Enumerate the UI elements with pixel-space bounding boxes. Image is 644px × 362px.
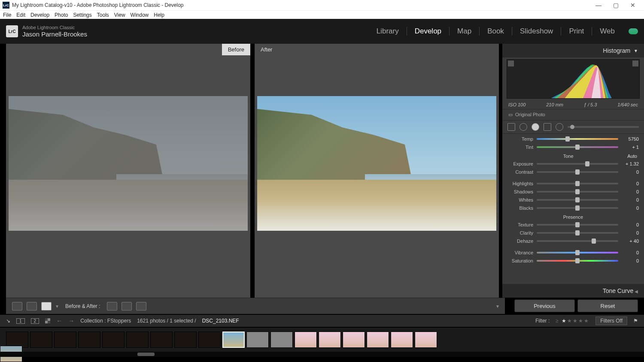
copy-after-icon[interactable] [136,302,146,311]
temp-value[interactable]: 5750 [622,136,639,142]
menu-view[interactable]: View [113,12,127,18]
prev-photo-icon[interactable]: ← [56,317,62,324]
temp-slider[interactable] [537,138,618,140]
whites-value[interactable]: 0 [622,197,639,202]
tone-curve-header[interactable]: Tone Curve [502,284,644,298]
thumbnail[interactable] [270,332,293,348]
spot-removal-icon[interactable] [519,123,527,131]
filters-dropdown[interactable]: Filters Off [595,317,627,325]
histogram-display[interactable] [507,59,640,99]
dehaze-value[interactable]: + 40 [622,238,639,244]
texture-value[interactable]: 0 [622,222,639,227]
thumbnail-selected[interactable] [222,332,245,348]
module-map[interactable]: Map [450,27,480,36]
tint-slider[interactable] [537,146,618,148]
graduated-filter-icon[interactable] [556,123,563,131]
second-window-icon[interactable]: ↘ [6,318,10,324]
histogram-header[interactable]: Histogram▼ [502,44,644,57]
tool-size-slider[interactable] [568,126,639,128]
module-develop[interactable]: Develop [407,27,450,36]
texture-slider[interactable] [537,224,618,226]
before-pane[interactable]: Before [6,44,250,298]
tint-value[interactable]: + 1 [622,145,639,150]
thumbnail[interactable] [246,332,269,348]
menu-photo[interactable]: Photo [53,12,69,18]
exposure-slider[interactable] [537,163,618,165]
highlights-slider[interactable] [537,183,618,184]
menu-edit[interactable]: Edit [15,12,27,18]
filmstrip[interactable] [0,328,644,352]
thumbnail[interactable] [319,332,341,348]
main-window-indicator[interactable]: 1 [16,318,25,324]
swap-before-after-icon[interactable] [107,302,117,311]
contrast-value[interactable]: 0 [622,169,639,175]
module-slideshow[interactable]: Slideshow [512,27,562,36]
toolbar-menu-icon[interactable]: ▾ [496,303,499,309]
thumbnail[interactable] [198,332,221,348]
grid-view-icon[interactable] [45,318,50,323]
thumbnail[interactable] [150,332,173,348]
after-pane[interactable]: After [255,44,499,298]
thumbnail[interactable] [295,332,317,348]
thumbnail[interactable] [343,332,365,348]
compare-view-icon[interactable] [27,302,37,311]
highlights-value[interactable]: 0 [622,181,639,186]
thumbnail[interactable] [367,332,389,348]
module-book[interactable]: Book [480,27,512,36]
previous-button[interactable]: Previous [514,299,575,312]
crop-tool-icon[interactable] [507,123,515,131]
collection-path[interactable]: Collection : FStoppers [80,318,131,324]
vibrance-slider[interactable] [537,252,618,253]
thumbnail[interactable] [78,332,100,348]
identity-plate[interactable]: Jason Parnell-Brookes [22,30,87,38]
next-photo-icon[interactable]: → [68,317,74,324]
original-photo-row[interactable]: Original Photo [502,109,644,121]
filter-lock-icon[interactable]: ⚑ [633,318,638,324]
reset-button[interactable]: Reset [577,299,638,312]
thumbnail[interactable] [391,332,413,348]
clarity-slider[interactable] [537,232,618,234]
dehaze-slider[interactable] [537,240,618,242]
redeye-tool-icon[interactable] [544,123,551,131]
menu-develop[interactable]: Develop [29,12,51,18]
module-library[interactable]: Library [369,27,407,36]
menu-window[interactable]: Window [129,12,150,18]
menu-file[interactable]: File [2,12,12,18]
module-web[interactable]: Web [592,27,623,36]
whites-slider[interactable] [537,199,618,201]
menu-help[interactable]: Help [152,12,166,18]
maximize-button[interactable]: ▢ [607,2,624,9]
before-after-view-icon[interactable] [41,302,52,311]
shadows-slider[interactable] [537,191,618,193]
thumbnail[interactable] [54,332,76,348]
saturation-value[interactable]: 0 [622,258,639,263]
thumbnail[interactable] [102,332,125,348]
cloud-sync-icon[interactable] [629,28,638,34]
clarity-value[interactable]: 0 [622,230,639,235]
second-window-indicator[interactable]: 2 [31,318,39,324]
thumbnail[interactable] [0,346,22,352]
rating-filter[interactable]: ≥ ★★★★★ [556,318,589,324]
loupe-view-icon[interactable] [12,302,22,311]
close-button[interactable]: ✕ [624,2,641,9]
menu-tools[interactable]: Tools [96,12,110,18]
thumbnail[interactable] [30,332,52,348]
exposure-value[interactable]: + 1.32 [622,161,639,166]
filmstrip-scrollbar[interactable] [0,352,644,357]
contrast-slider[interactable] [537,171,618,173]
module-print[interactable]: Print [561,27,592,36]
saturation-slider[interactable] [537,260,618,262]
masking-icon[interactable] [532,123,539,131]
chevron-down-icon[interactable]: ▾ [56,303,58,309]
auto-button[interactable]: Auto [627,154,637,159]
blacks-value[interactable]: 0 [622,205,639,211]
copy-before-icon[interactable] [122,302,132,311]
thumbnail[interactable] [126,332,149,348]
shadows-value[interactable]: 0 [622,189,639,194]
blacks-slider[interactable] [537,207,618,209]
thumbnail[interactable] [174,332,197,348]
menu-settings[interactable]: Settings [72,12,93,18]
minimize-button[interactable]: — [590,2,607,9]
thumbnail[interactable] [415,332,437,348]
vibrance-value[interactable]: 0 [622,250,639,255]
